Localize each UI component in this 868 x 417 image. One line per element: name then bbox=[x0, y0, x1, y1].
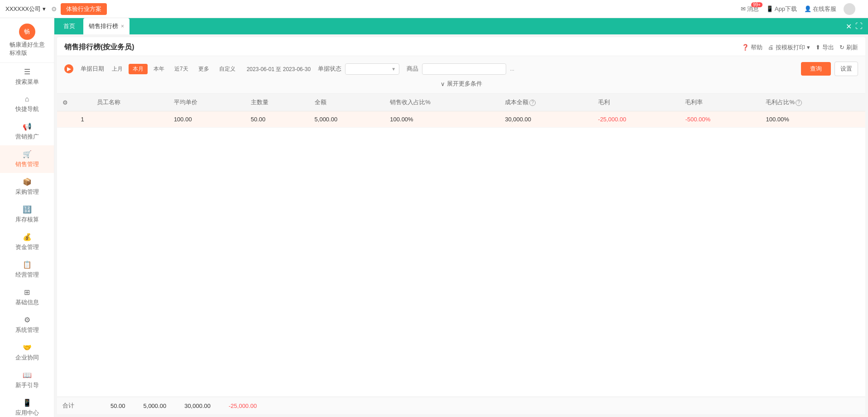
message-button[interactable]: ✉ 消息 99+ bbox=[741, 5, 759, 13]
status-select[interactable] bbox=[345, 63, 399, 75]
settings-icon[interactable]: ⚙ bbox=[51, 5, 57, 13]
sidebar: 畅 畅康通好生意 标准版 ☰ 搜索菜单 ⌂ 快捷导航 📢 营销推广 🛒 销售管理… bbox=[0, 18, 54, 417]
th-avg-price: 平均单价 bbox=[168, 94, 245, 111]
td-cost: 30,000.00 bbox=[499, 111, 593, 128]
finance-icon: 💰 bbox=[23, 233, 32, 241]
company-dropdown-icon[interactable]: ▾ bbox=[43, 5, 46, 12]
date-btn-more[interactable]: 更多 bbox=[194, 64, 213, 74]
sidebar-item-search[interactable]: ☰ 搜索菜单 bbox=[0, 63, 54, 91]
app-download-button[interactable]: 📱 App下载 bbox=[766, 5, 797, 13]
service-icon: 👤 bbox=[804, 5, 811, 12]
trial-button[interactable]: 体验行业方案 bbox=[61, 3, 107, 15]
setting-button[interactable]: 设置 bbox=[834, 62, 858, 76]
date-btn-custom[interactable]: 自定义 bbox=[215, 64, 240, 74]
sidebar-item-system[interactable]: ⚙ 系统管理 bbox=[0, 311, 54, 339]
app-icon: 📱 bbox=[766, 5, 773, 12]
date-btn-last-month[interactable]: 上月 bbox=[108, 64, 127, 74]
td-gross: -25,000.00 bbox=[593, 111, 680, 128]
refresh-icon: ↻ bbox=[839, 44, 844, 51]
date-btn-this-month[interactable]: 本月 bbox=[129, 64, 148, 74]
sidebar-label-guide: 新手引导 bbox=[15, 381, 39, 389]
td-sales-pct: 100.00% bbox=[384, 111, 499, 128]
table-row: 1 100.00 50.00 5,000.00 100.00% 30,000.0… bbox=[57, 111, 865, 128]
marketing-icon: 📢 bbox=[23, 122, 32, 131]
window-close-icon[interactable]: ✕ bbox=[846, 22, 852, 31]
refresh-label: 刷新 bbox=[846, 43, 858, 52]
sidebar-item-quick-nav[interactable]: ⌂ 快捷导航 bbox=[0, 91, 54, 118]
sidebar-item-sales[interactable]: 🛒 销售管理 bbox=[0, 145, 54, 173]
td-qty: 50.00 bbox=[245, 111, 309, 128]
avatar[interactable] bbox=[844, 3, 855, 15]
sidebar-label-quick-nav: 快捷导航 bbox=[15, 105, 39, 113]
th-qty: 主数量 bbox=[245, 94, 309, 111]
filter-collapse-arrow[interactable]: ▶ bbox=[64, 64, 73, 73]
date-range-display: 2023-06-01 至 2023-06-30 bbox=[247, 66, 311, 73]
sales-icon: 🛒 bbox=[23, 150, 32, 158]
header-actions: ❓ 帮助 🖨 按模板打印 ▾ ⬆ 导出 ↻ 刷新 bbox=[742, 43, 858, 52]
goods-filter-group: 商品 ... bbox=[407, 63, 514, 75]
td-amount: 5,000.00 bbox=[309, 111, 385, 128]
footer-amount-val: 5,000.00 bbox=[144, 403, 167, 409]
refresh-button[interactable]: ↻ 刷新 bbox=[839, 43, 858, 52]
window-maximize-icon[interactable]: ⛶ bbox=[855, 22, 863, 31]
sidebar-item-operation[interactable]: 📋 经营管理 bbox=[0, 256, 54, 283]
gross-pct-info-icon[interactable]: ? bbox=[796, 100, 802, 106]
expand-conditions-button[interactable]: ∨ 展开更多条件 bbox=[64, 80, 858, 88]
base-icon: ⊞ bbox=[24, 288, 30, 297]
guide-icon: 📖 bbox=[23, 371, 32, 379]
table-body: 1 100.00 50.00 5,000.00 100.00% 30,000.0… bbox=[57, 111, 865, 128]
th-rank bbox=[73, 94, 91, 111]
sidebar-label-search: 搜索菜单 bbox=[15, 78, 39, 86]
online-service-button[interactable]: 👤 在线客服 bbox=[804, 5, 836, 13]
sidebar-label-operation: 经营管理 bbox=[15, 271, 39, 279]
date-btn-this-year[interactable]: 本年 bbox=[149, 64, 168, 74]
date-btn-7days[interactable]: 近7天 bbox=[170, 64, 192, 74]
help-icon: ❓ bbox=[742, 44, 749, 51]
sidebar-label-marketing: 营销推广 bbox=[15, 133, 39, 141]
ranking-table: ⚙ 员工名称 平均单价 主数量 全额 销售收入占比% 成本全额? 毛利 毛利率 … bbox=[57, 94, 865, 128]
help-label: 帮助 bbox=[751, 43, 762, 52]
online-service-label: 在线客服 bbox=[813, 5, 836, 13]
top-right-actions: ✉ 消息 99+ 📱 App下载 👤 在线客服 bbox=[741, 3, 863, 15]
tab-sales-ranking[interactable]: 销售排行榜 × bbox=[83, 18, 129, 34]
help-button[interactable]: ❓ 帮助 bbox=[742, 43, 762, 52]
sidebar-item-guide[interactable]: 📖 新手引导 bbox=[0, 366, 54, 394]
company-selector[interactable]: XXXXXX公司 ▾ bbox=[5, 5, 46, 13]
th-cost: 成本全额? bbox=[499, 94, 593, 111]
export-button[interactable]: ⬆ 导出 bbox=[815, 43, 834, 52]
th-name: 员工名称 bbox=[91, 94, 168, 111]
sidebar-item-inventory[interactable]: 🔢 库存核算 bbox=[0, 201, 54, 228]
th-amount: 全额 bbox=[309, 94, 385, 111]
th-sales-pct: 销售收入占比% bbox=[384, 94, 499, 111]
query-button[interactable]: 查询 bbox=[801, 62, 831, 76]
company-name: XXXXXX公司 bbox=[5, 5, 41, 13]
main-layout: 畅 畅康通好生意 标准版 ☰ 搜索菜单 ⌂ 快捷导航 📢 营销推广 🛒 销售管理… bbox=[0, 18, 868, 417]
cost-info-icon[interactable]: ? bbox=[529, 100, 536, 106]
th-gross: 毛利 bbox=[593, 94, 680, 111]
th-settings[interactable]: ⚙ bbox=[57, 94, 73, 111]
sidebar-item-collab[interactable]: 🤝 企业协同 bbox=[0, 339, 54, 366]
tab-close-btn[interactable]: × bbox=[121, 23, 124, 29]
goods-filter-label: 商品 bbox=[407, 65, 418, 73]
sidebar-item-purchase[interactable]: 📦 采购管理 bbox=[0, 173, 54, 201]
filter-area: ▶ 单据日期 上月 本月 本年 近7天 更多 自定义 bbox=[57, 56, 865, 94]
content-area: 首页 销售排行榜 × ✕ ⛶ 销售排行榜(按业务员) ❓ 帮助 bbox=[54, 18, 868, 417]
footer-cost-val: 30,000.00 bbox=[184, 403, 211, 409]
date-filter-group: 单据日期 上月 本月 本年 近7天 更多 自定义 bbox=[81, 64, 240, 74]
table-header: ⚙ 员工名称 平均单价 主数量 全额 销售收入占比% 成本全额? 毛利 毛利率 … bbox=[57, 94, 865, 111]
date-shortcuts: 上月 本月 本年 近7天 更多 自定义 bbox=[108, 64, 240, 74]
sidebar-item-marketing[interactable]: 📢 营销推广 bbox=[0, 118, 54, 145]
goods-input[interactable] bbox=[422, 63, 506, 75]
goods-more-icon[interactable]: ... bbox=[510, 66, 514, 72]
status-filter-label: 单据状态 bbox=[318, 65, 341, 73]
print-button[interactable]: 🖨 按模板打印 ▾ bbox=[768, 43, 810, 52]
sidebar-item-finance[interactable]: 💰 资金管理 bbox=[0, 228, 54, 256]
sidebar-label-system: 系统管理 bbox=[15, 326, 39, 334]
th-gross-pct: 毛利占比%? bbox=[760, 94, 865, 111]
tab-home[interactable]: 首页 bbox=[56, 18, 82, 34]
logo-icon: 畅 bbox=[19, 24, 35, 40]
search-menu-icon: ☰ bbox=[24, 67, 30, 76]
sidebar-item-base[interactable]: ⊞ 基础信息 bbox=[0, 283, 54, 311]
sidebar-item-apps[interactable]: 📱 应用中心 bbox=[0, 394, 54, 417]
print-dropdown-icon: ▾ bbox=[807, 44, 810, 51]
